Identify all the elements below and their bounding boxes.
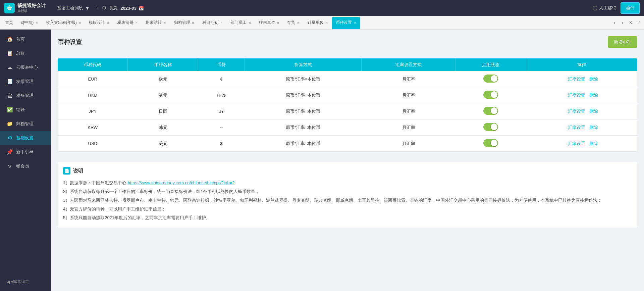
add-project-icon[interactable]: + xyxy=(96,5,99,11)
tab-item-undefined[interactable]: 部门员工× xyxy=(227,17,254,29)
tab-close-icon[interactable]: × xyxy=(277,21,279,25)
delete-link[interactable]: 删除 xyxy=(589,141,598,146)
page-header: 币种设置 新增币种 xyxy=(58,36,637,53)
delete-link[interactable]: 删除 xyxy=(589,125,598,130)
nav-items: 🏠 首页 📋 总账 ☁ 云报表中心 🧾 发票管理 🏛 税务管理 ✅ 结账 📁 归… xyxy=(0,32,51,173)
content-area: 币种设置 新增币种 币种代码 币种名称 币符 折算方式 汇率设置方式 启用状态 … xyxy=(51,30,644,291)
top-bar: 会 畅捷通好会计 旗舰版 基层工会测试 ▼ + ⚙ 账期 2023-03 📅 🎧… xyxy=(0,0,644,16)
settings-icon[interactable]: ⚙ xyxy=(102,5,106,11)
tab-close-icon[interactable]: × xyxy=(36,21,38,25)
toggle-enabled[interactable] xyxy=(483,91,498,99)
tab-item-undefined[interactable]: 往来单位× xyxy=(255,17,283,29)
nav-label-home: 首页 xyxy=(16,36,25,42)
sidebar-item-archive[interactable]: 📁 归档管理 xyxy=(0,117,51,131)
tabs-next-button[interactable]: › xyxy=(619,17,627,29)
toggle-enabled[interactable] xyxy=(483,123,498,131)
nav-label-tax: 税务管理 xyxy=(16,93,34,99)
notes-icon: 📄 xyxy=(63,167,70,175)
nav-icon-guide: 📌 xyxy=(7,149,13,155)
delete-link[interactable]: 删除 xyxy=(589,109,598,114)
close-all-tabs-button[interactable]: ✕ xyxy=(627,17,635,29)
rate-setting-link[interactable]: 汇率设置 xyxy=(568,93,585,98)
tab-item-undefined[interactable]: 计量单位× xyxy=(304,17,331,29)
sidebar-item-guide[interactable]: 📌 新手引导 xyxy=(0,145,51,159)
note-item-4: 4）无官方牌价的币种，可以用户手工维护汇率信息； xyxy=(63,205,632,213)
rate-setting-link[interactable]: 汇率设置 xyxy=(568,125,585,130)
sidebar-item-ledger[interactable]: 📋 总账 xyxy=(0,46,51,60)
tab-close-icon[interactable]: × xyxy=(354,21,356,25)
sidebar-item-settings[interactable]: ⚙ 基础设置 xyxy=(0,131,51,145)
cell-actions: 汇率设置 删除 xyxy=(526,103,637,119)
nav-icon-checkout: ✅ xyxy=(7,107,13,113)
col-rate-type: 汇率设置方式 xyxy=(362,58,456,71)
tab-item-undefined[interactable]: 归档管理× xyxy=(170,17,198,29)
tab-close-icon[interactable]: × xyxy=(107,21,109,25)
sidebar-item-tax[interactable]: 🏛 税务管理 xyxy=(0,89,51,103)
tab-item-undefined[interactable]: ε(中期)× xyxy=(17,17,42,29)
project-selector[interactable]: 基层工会测试 ▼ xyxy=(54,4,92,12)
table-row: KRW 韩元 -- 原币*汇率=本位币 月汇率 汇率设置 删除 xyxy=(58,119,637,136)
nav-icon-reports: ☁ xyxy=(7,64,13,70)
tabs-container: 首页ε(中期)×收入支出表(年报)×模版设计×税表清册×期末结转×归档管理×科目… xyxy=(1,17,610,29)
main-layout: 🏠 首页 📋 总账 ☁ 云报表中心 🧾 发票管理 🏛 税务管理 ✅ 结账 📁 归… xyxy=(0,30,644,291)
tab-close-icon[interactable]: × xyxy=(136,21,138,25)
cell-name: 欧元 xyxy=(128,71,198,87)
note-item-1: 1）数据来源：中国外汇交易中心 https://www.chinamoney.c… xyxy=(63,179,632,187)
sidebar-collapse-button[interactable]: ◀ ◀取消固定 xyxy=(0,275,51,288)
nav-label-member: 畅会员 xyxy=(16,163,29,169)
help-button[interactable]: 🎧 人工咨询 xyxy=(592,5,616,11)
tab-label: 部门员工 xyxy=(230,20,247,26)
expand-button[interactable]: ⤢ xyxy=(635,17,643,29)
sidebar-item-checkout[interactable]: ✅ 结账 xyxy=(0,103,51,117)
toggle-enabled[interactable] xyxy=(483,75,498,83)
tab-close-icon[interactable]: × xyxy=(297,21,299,25)
headset-icon: 🎧 xyxy=(592,6,598,11)
sidebar-item-home[interactable]: 🏠 首页 xyxy=(0,32,51,46)
tab-item-undefined[interactable]: 科目期初× xyxy=(199,17,226,29)
sidebar-item-invoice[interactable]: 🧾 发票管理 xyxy=(0,75,51,89)
table-body: EUR 欧元 € 原币*汇率=本位币 月汇率 汇率设置 删除 HKD 港元 HK… xyxy=(58,71,637,152)
tab-label: 收入支出表(年报) xyxy=(46,20,77,26)
tab-close-icon[interactable]: × xyxy=(79,21,81,25)
rate-setting-link[interactable]: 汇率设置 xyxy=(568,109,585,114)
tab-close-icon[interactable]: × xyxy=(326,21,328,25)
tab-item-undefined[interactable]: 存货× xyxy=(283,17,303,29)
col-code: 币种代码 xyxy=(58,58,128,71)
delete-link[interactable]: 删除 xyxy=(589,77,598,82)
calendar-icon[interactable]: 📅 xyxy=(139,6,144,11)
cell-code: HKD xyxy=(58,87,128,103)
tab-close-icon[interactable]: × xyxy=(192,21,194,25)
tab-label: 税表清册 xyxy=(117,20,133,26)
cell-code: EUR xyxy=(58,71,128,87)
tab-item-undefined[interactable]: 首页 xyxy=(1,17,17,29)
tab-item-undefined[interactable]: 税表清册× xyxy=(114,17,141,29)
tab-item-undefined[interactable]: 币种设置× xyxy=(332,17,360,29)
cell-symbol: $ xyxy=(198,136,245,152)
notes-section: 📄 说明 1）数据来源：中国外汇交易中心 https://www.chinamo… xyxy=(58,162,637,228)
toggle-enabled[interactable] xyxy=(483,107,498,115)
period-area: 账期 2023-03 📅 xyxy=(110,5,144,11)
tab-label: 期末结转 xyxy=(146,20,162,26)
notes-link[interactable]: https://www.chinamoney.com.cn/chinese/bk… xyxy=(128,180,235,185)
sidebar-item-reports[interactable]: ☁ 云报表中心 xyxy=(0,60,51,75)
tab-item-undefined[interactable]: 模版设计× xyxy=(85,17,113,29)
toggle-enabled[interactable] xyxy=(483,139,498,147)
tab-item-undefined[interactable]: 期末结转× xyxy=(142,17,169,29)
cell-rate-type: 月汇率 xyxy=(362,119,456,136)
tab-close-icon[interactable]: × xyxy=(220,21,222,25)
rate-setting-link[interactable]: 汇率设置 xyxy=(568,141,585,146)
tab-close-icon[interactable]: × xyxy=(164,21,166,25)
tab-label: 归档管理 xyxy=(174,20,190,26)
tab-label: 往来单位 xyxy=(259,20,275,26)
sidebar-item-member[interactable]: V 畅会员 xyxy=(0,159,51,173)
notes-title: 📄 说明 xyxy=(63,167,632,175)
tab-item-undefined[interactable]: 收入支出表(年报)× xyxy=(42,17,85,29)
delete-link[interactable]: 删除 xyxy=(589,93,598,98)
tabs-prev-button[interactable]: ‹ xyxy=(610,17,619,29)
tab-close-icon[interactable]: × xyxy=(249,21,251,25)
rate-setting-link[interactable]: 汇率设置 xyxy=(568,77,585,82)
account-button[interactable]: 会计 xyxy=(621,2,640,14)
new-currency-button[interactable]: 新增币种 xyxy=(608,36,637,48)
cell-rate-type: 月汇率 xyxy=(362,136,456,152)
logo-icon: 会 xyxy=(4,3,15,13)
